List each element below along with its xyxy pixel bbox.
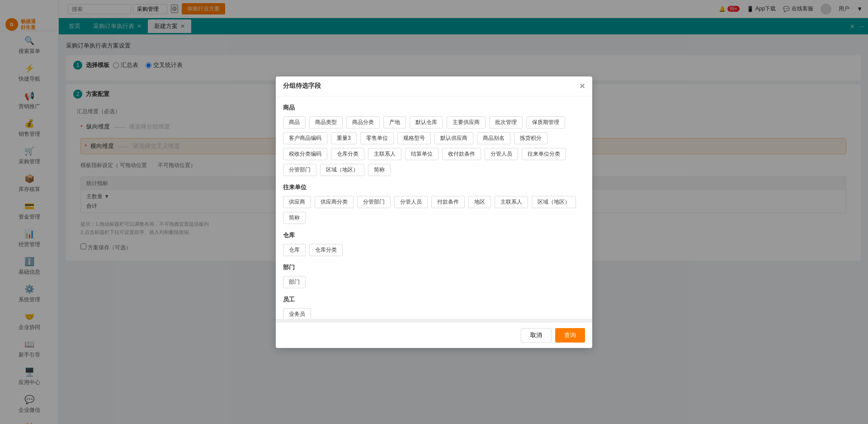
field-tag-item[interactable]: 零售单位 — [360, 132, 394, 144]
field-tag-item[interactable]: 仓库分类 — [331, 148, 364, 160]
field-tag-item[interactable]: 部门 — [283, 276, 306, 288]
field-tag-item[interactable]: 批次管理 — [489, 116, 523, 129]
department-section: 部门 部门 — [283, 263, 585, 288]
field-tag-item[interactable]: 结算单位 — [405, 148, 439, 160]
employee-section: 员工 业务员 — [283, 295, 585, 319]
field-tag-item[interactable]: 区域（地区） — [532, 196, 576, 208]
modal-body: 商品 商品商品类型商品分类产地默认仓库主要供应商批次管理保质期管理客户商品编码重… — [276, 96, 592, 319]
warehouse-title: 仓库 — [283, 231, 585, 239]
field-tag-item[interactable]: 主联系人 — [368, 148, 401, 160]
field-tag-item[interactable]: 付款条件 — [431, 196, 465, 208]
field-tag-item[interactable]: 拣货积分 — [514, 132, 547, 144]
field-tag-item[interactable]: 仓库 — [283, 244, 306, 256]
field-tag-item[interactable]: 商品类型 — [309, 116, 343, 129]
modal-header: 分组待选字段 ✕ — [276, 76, 592, 96]
modal-close-btn[interactable]: ✕ — [579, 82, 585, 91]
employee-title: 员工 — [283, 295, 585, 304]
goods-section: 商品 商品商品类型商品分类产地默认仓库主要供应商批次管理保质期管理客户商品编码重… — [283, 104, 585, 176]
field-tag-item[interactable]: 商品 — [283, 116, 306, 129]
field-tag-item[interactable]: 业务员 — [283, 308, 311, 319]
field-tag-item[interactable]: 规格型号 — [397, 132, 431, 144]
field-tag-item[interactable]: 商品分类 — [346, 116, 380, 129]
field-tag-item[interactable]: 分管部门 — [283, 164, 316, 176]
department-fields: 部门 — [283, 276, 585, 288]
employee-fields: 业务员 — [283, 308, 585, 319]
field-select-modal: 分组待选字段 ✕ 商品 商品商品类型商品分类产地默认仓库主要供应商批次管理保质期… — [276, 76, 592, 348]
field-tag-item[interactable]: 供应商 — [283, 196, 311, 208]
department-title: 部门 — [283, 263, 585, 272]
field-tag-item[interactable]: 产地 — [383, 116, 406, 129]
field-tag-item[interactable]: 分管人员 — [485, 148, 518, 160]
field-tag-item[interactable]: 默认仓库 — [410, 116, 443, 129]
goods-fields: 商品商品类型商品分类产地默认仓库主要供应商批次管理保质期管理客户商品编码重量3零… — [283, 116, 585, 176]
field-tag-item[interactable]: 简称 — [283, 212, 306, 224]
field-tag-item[interactable]: 客户商品编码 — [283, 132, 327, 144]
field-tag-item[interactable]: 默认供应商 — [434, 132, 473, 144]
goods-title: 商品 — [283, 104, 585, 112]
warehouse-fields: 仓库仓库分类 — [283, 244, 585, 256]
partner-fields: 供应商供应商分类分管部门分管人员付款条件地区主联系人区域（地区）简称 — [283, 196, 585, 224]
modal-overlay: 分组待选字段 ✕ 商品 商品商品类型商品分类产地默认仓库主要供应商批次管理保质期… — [0, 0, 868, 424]
field-tag-item[interactable]: 保质期管理 — [526, 116, 565, 129]
field-tag-item[interactable]: 收付款条件 — [442, 148, 481, 160]
field-tag-item[interactable]: 分管部门 — [357, 196, 391, 208]
field-tag-item[interactable]: 主联系人 — [495, 196, 528, 208]
field-tag-item[interactable]: 简称 — [368, 164, 391, 176]
field-tag-item[interactable]: 仓库分类 — [309, 244, 343, 256]
field-tag-item[interactable]: 分管人员 — [394, 196, 428, 208]
field-tag-item[interactable]: 供应商分类 — [315, 196, 354, 208]
field-tag-item[interactable]: 税收分类编码 — [283, 148, 327, 160]
confirm-btn[interactable]: 查询 — [555, 328, 585, 343]
field-tag-item[interactable]: 商品别名 — [477, 132, 510, 144]
field-tag-item[interactable]: 重量3 — [331, 132, 357, 144]
modal-footer: 取消 查询 — [276, 322, 592, 348]
modal-title: 分组待选字段 — [283, 82, 321, 90]
field-tag-item[interactable]: 主要供应商 — [447, 116, 486, 129]
partner-section: 往来单位 供应商供应商分类分管部门分管人员付款条件地区主联系人区域（地区）简称 — [283, 183, 585, 224]
field-tag-item[interactable]: 地区 — [468, 196, 491, 208]
partner-title: 往来单位 — [283, 183, 585, 191]
warehouse-section: 仓库 仓库仓库分类 — [283, 231, 585, 256]
field-tag-item[interactable]: 往来单位分类 — [522, 148, 566, 160]
field-tag-item[interactable]: 区域（地区） — [320, 164, 364, 176]
cancel-btn[interactable]: 取消 — [521, 328, 552, 343]
